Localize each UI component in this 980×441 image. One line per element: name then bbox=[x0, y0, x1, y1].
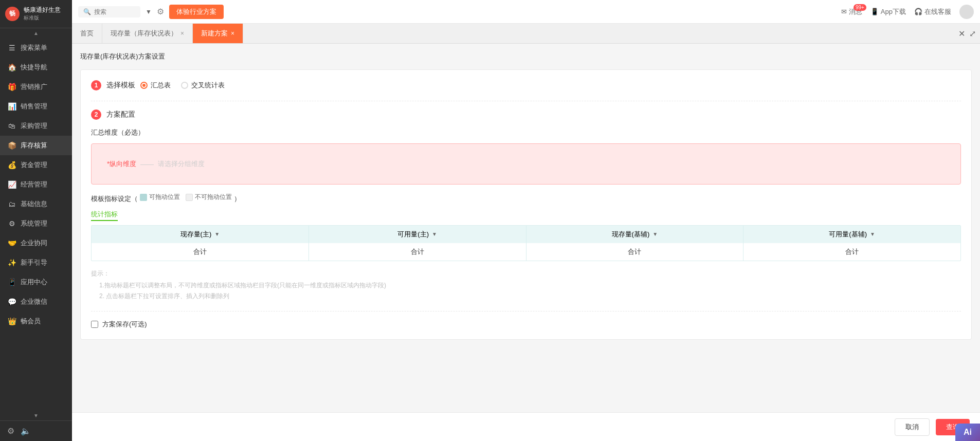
col-header-3[interactable]: 可用量(基辅) ▼ bbox=[743, 226, 960, 243]
operations-icon: 📈 bbox=[7, 180, 16, 189]
radio-cross-label: 交叉统计表 bbox=[191, 81, 225, 90]
step1-title: 选择模板 bbox=[106, 81, 135, 90]
sidebar-item-label: 库存核算 bbox=[21, 141, 47, 150]
marketing-icon: 🎁 bbox=[7, 83, 16, 91]
dimension-placeholder: 请选择分组维度 bbox=[158, 159, 205, 169]
member-icon: 👑 bbox=[7, 317, 16, 325]
sidebar-item-member[interactable]: 👑 畅会员 bbox=[0, 311, 72, 331]
divider-2 bbox=[91, 311, 961, 311]
sidebar-item-label: 企业微信 bbox=[21, 297, 47, 306]
col-dropdown-1[interactable]: ▼ bbox=[432, 231, 437, 237]
stats-section: 统计指标 现存量(主) ▼ 可用量(主) ▼ bbox=[91, 210, 961, 261]
sidebar-item-label: 采购管理 bbox=[21, 121, 47, 131]
col-dropdown-2[interactable]: ▼ bbox=[652, 231, 658, 237]
stats-table-header: 现存量(主) ▼ 可用量(主) ▼ 现存量(基辅) ▼ bbox=[92, 226, 960, 243]
tab-inventory-close[interactable]: × bbox=[180, 30, 184, 37]
col-header-label-3: 可用量(基辅) bbox=[829, 230, 867, 239]
col-header-label-1: 可用量(主) bbox=[397, 230, 429, 239]
tab-new-close[interactable]: × bbox=[231, 30, 234, 37]
col-header-label-0: 现存量(主) bbox=[180, 230, 212, 239]
col-header-1[interactable]: 可用量(主) ▼ bbox=[309, 226, 527, 243]
sidebar-item-sales[interactable]: 📊 销售管理 bbox=[0, 97, 72, 116]
tab-home[interactable]: 首页 bbox=[72, 24, 102, 43]
non-draggable-legend-label: 不可拖动位置 bbox=[195, 193, 232, 201]
tab-home-label: 首页 bbox=[80, 29, 94, 38]
sidebar-item-finance[interactable]: 💰 资金管理 bbox=[0, 155, 72, 175]
content-area: 现存量(库存状况表)方案设置 1 选择模板 汇总表 交叉统计表 bbox=[72, 44, 980, 412]
mobile-icon: 📱 bbox=[870, 8, 879, 15]
indicator-settings: 模板指标设定（ 可拖动位置 不可拖动位置 ） bbox=[91, 193, 961, 204]
non-draggable-legend-box bbox=[186, 194, 193, 201]
basics-icon: 🗂 bbox=[7, 200, 16, 208]
messages-badge: 99+ bbox=[854, 4, 866, 11]
col-body-1: 合计 bbox=[309, 243, 527, 261]
app-download-btn[interactable]: 📱 App下载 bbox=[870, 7, 906, 16]
sidebar-item-search[interactable]: ☰ 搜索菜单 bbox=[0, 38, 72, 58]
radio-cross[interactable]: 交叉统计表 bbox=[181, 81, 225, 90]
cancel-button[interactable]: 取消 bbox=[895, 418, 930, 436]
tips-title: 提示： bbox=[91, 269, 961, 278]
tab-close-btn[interactable]: ✕ bbox=[958, 29, 965, 39]
experience-btn[interactable]: 体验行业方案 bbox=[169, 5, 224, 19]
step2-section: 2 方案配置 汇总维度（必选） *纵向维度 —— 请选择分组维度 模板指标设定（ bbox=[91, 109, 961, 301]
app-download-label: App下载 bbox=[881, 7, 906, 16]
settings-icon[interactable]: ⚙ bbox=[7, 426, 14, 436]
indicator-label-text: 模板指标设定（ 可拖动位置 不可拖动位置 ） bbox=[91, 193, 961, 204]
sidebar-item-appcenter[interactable]: 📱 应用中心 bbox=[0, 272, 72, 292]
topbar-gear-icon[interactable]: ⚙ bbox=[157, 7, 164, 16]
topbar-dropdown-icon[interactable]: ▼ bbox=[146, 8, 152, 15]
search-input[interactable] bbox=[94, 8, 135, 15]
sidebar-item-label: 资金管理 bbox=[21, 160, 47, 170]
sidebar-item-guide[interactable]: ✨ 新手引导 bbox=[0, 253, 72, 272]
main-area: 🔍 ▼ ⚙ 体验行业方案 ✉ 消息 99+ 📱 App下载 🎧 在线客服 bbox=[72, 0, 980, 441]
volume-icon[interactable]: 🔈 bbox=[21, 426, 31, 436]
sidebar-scroll-down[interactable]: ▼ bbox=[0, 411, 72, 420]
tab-expand-btn[interactable]: ⤢ bbox=[969, 29, 976, 39]
dimension-required: *纵向维度 bbox=[107, 159, 136, 169]
radio-cross-circle bbox=[181, 82, 188, 89]
tab-new-scheme[interactable]: 新建方案 × bbox=[193, 24, 243, 43]
tab-inventory[interactable]: 现存量（库存状况表） × bbox=[102, 24, 193, 43]
save-checkbox[interactable] bbox=[91, 321, 98, 328]
sidebar-item-basics[interactable]: 🗂 基础信息 bbox=[0, 194, 72, 214]
sidebar-item-operations[interactable]: 📈 经营管理 bbox=[0, 175, 72, 194]
messages-btn[interactable]: ✉ 消息 99+ bbox=[841, 7, 862, 16]
collab-icon: 🤝 bbox=[7, 239, 16, 247]
sidebar-item-inventory[interactable]: 📦 库存核算 bbox=[0, 136, 72, 155]
sidebar-scroll-up[interactable]: ▲ bbox=[0, 28, 72, 38]
draggable-legend: 可拖动位置 bbox=[140, 193, 180, 201]
dimension-area[interactable]: *纵向维度 —— 请选择分组维度 bbox=[91, 143, 961, 185]
search-menu-icon: ☰ bbox=[7, 44, 16, 52]
user-avatar[interactable] bbox=[959, 5, 974, 19]
col-body-2: 合计 bbox=[527, 243, 744, 261]
sidebar-item-collab[interactable]: 🤝 企业协同 bbox=[0, 233, 72, 253]
appcenter-icon: 📱 bbox=[7, 278, 16, 286]
stats-table: 现存量(主) ▼ 可用量(主) ▼ 现存量(基辅) ▼ bbox=[91, 225, 961, 261]
tips-section: 提示： 1.拖动标题栏可以调整布局，不可跨维度或指标区域拖动栏目字段(只能在同一… bbox=[91, 269, 961, 301]
sidebar-item-quicknav[interactable]: 🏠 快捷导航 bbox=[0, 58, 72, 77]
online-service-btn[interactable]: 🎧 在线客服 bbox=[914, 7, 951, 16]
non-draggable-legend: 不可拖动位置 bbox=[186, 193, 232, 201]
ai-float-button[interactable]: Ai bbox=[955, 424, 980, 441]
purchase-icon: 🛍 bbox=[7, 122, 16, 130]
sidebar-item-system[interactable]: ⚙ 系统管理 bbox=[0, 214, 72, 233]
col-dropdown-3[interactable]: ▼ bbox=[870, 231, 875, 237]
sidebar-item-label: 畅会员 bbox=[21, 317, 41, 326]
stats-table-body: 合计 合计 合计 合计 bbox=[92, 243, 960, 261]
sidebar-bottom: ⚙ 🔈 bbox=[0, 420, 72, 441]
radio-summary[interactable]: 汇总表 bbox=[140, 81, 171, 90]
sidebar-item-wechat[interactable]: 💬 企业微信 bbox=[0, 292, 72, 311]
sidebar-item-marketing[interactable]: 🎁 营销推广 bbox=[0, 77, 72, 97]
col-body-0: 合计 bbox=[92, 243, 309, 261]
sidebar-item-purchase[interactable]: 🛍 采购管理 bbox=[0, 116, 72, 136]
col-header-0[interactable]: 现存量(主) ▼ bbox=[92, 226, 309, 243]
sidebar-item-label: 系统管理 bbox=[21, 219, 47, 228]
save-option: 方案保存(可选) bbox=[91, 320, 961, 329]
inventory-icon: 📦 bbox=[7, 141, 16, 150]
col-header-2[interactable]: 现存量(基辅) ▼ bbox=[527, 226, 744, 243]
col-dropdown-0[interactable]: ▼ bbox=[214, 231, 220, 237]
step2-badge: 2 bbox=[91, 109, 101, 120]
quicknav-icon: 🏠 bbox=[7, 63, 16, 71]
finance-icon: 💰 bbox=[7, 161, 16, 169]
tab-new-label: 新建方案 bbox=[201, 29, 228, 38]
